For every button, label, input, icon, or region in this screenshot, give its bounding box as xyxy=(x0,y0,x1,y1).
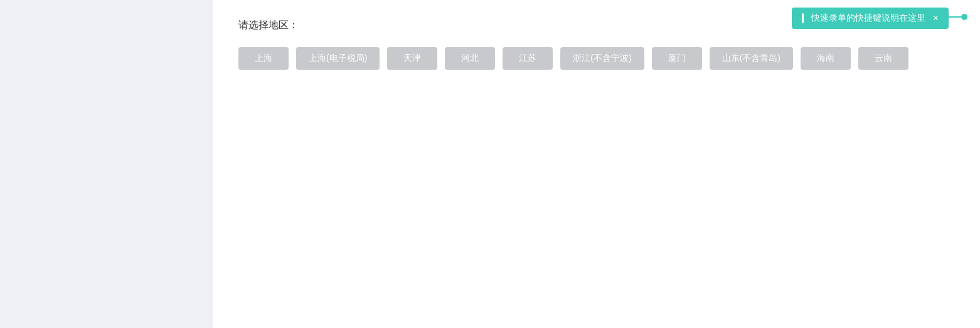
region-button-shandong[interactable]: 山东(不含青岛) xyxy=(710,47,793,70)
main-content: 请选择地区： 上海上海(电子税局)天津河北江苏浙江(不含宁波)厦门山东(不含青岛… xyxy=(213,0,980,328)
region-button-yunnan[interactable]: 云南 xyxy=(858,47,908,70)
tooltip-dot xyxy=(961,14,967,20)
region-button-hebei[interactable]: 河北 xyxy=(445,47,495,70)
region-button-shanghai[interactable]: 上海 xyxy=(238,47,289,70)
tooltip-banner: 快速录单的快捷键说明在这里 × xyxy=(792,8,949,29)
region-button-jiangsu[interactable]: 江苏 xyxy=(503,47,553,70)
region-button-tianjin[interactable]: 天津 xyxy=(387,47,437,70)
tooltip-text: 快速录单的快捷键说明在这里 xyxy=(811,13,925,24)
left-sidebar xyxy=(0,0,213,328)
region-buttons: 上海上海(电子税局)天津河北江苏浙江(不含宁波)厦门山东(不含青岛)海南云南 xyxy=(238,47,955,70)
tooltip-line xyxy=(949,16,961,18)
region-button-hainan[interactable]: 海南 xyxy=(801,47,851,70)
tooltip-close-button[interactable]: × xyxy=(933,13,939,23)
region-button-shanghai-etax[interactable]: 上海(电子税局) xyxy=(296,47,380,70)
region-button-zhejiang[interactable]: 浙江(不含宁波) xyxy=(560,47,644,70)
region-button-xiamen[interactable]: 厦门 xyxy=(652,47,702,70)
